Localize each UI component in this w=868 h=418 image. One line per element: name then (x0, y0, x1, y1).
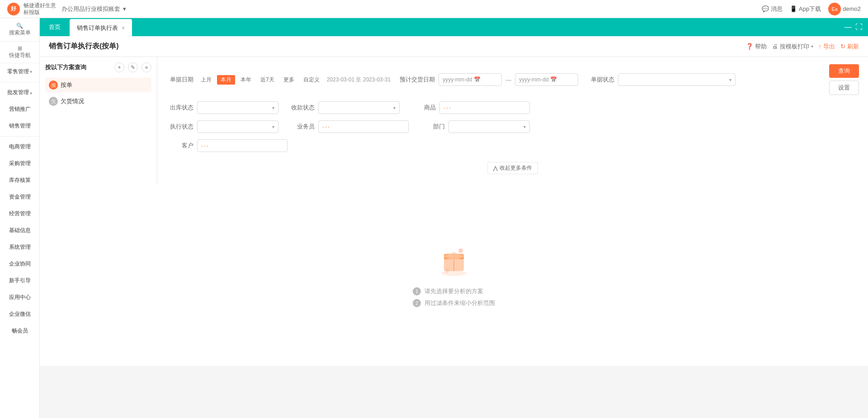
tip-2-text: 用过滤条件来缩小分析范围 (425, 299, 495, 307)
ecommerce-label: 电商管理 (9, 143, 31, 151)
status-select[interactable]: ▾ (618, 73, 736, 86)
predicted-date-start-input[interactable]: yyyy-mm-dd 📅 (439, 73, 502, 86)
page-header: 销售订单执行表(按单) ❓ 帮助 🖨 按模板打印 ▾ ↑ (40, 36, 868, 57)
sidebar-quick-nav[interactable]: ⊞ 快捷导航 (0, 42, 39, 63)
wechat-label: 企业微信 (9, 310, 31, 318)
filter-edit-btn[interactable]: ✎ (128, 62, 138, 72)
wholesale-label: 批发管理 (7, 89, 29, 96)
date-tab-thismonth[interactable]: 本月 (217, 75, 235, 85)
customer-input[interactable]: ··· (197, 139, 288, 152)
filter-item-label-order: 按单 (61, 81, 72, 89)
page-header-actions: ❓ 帮助 🖨 按模板打印 ▾ ↑ 导出 ↻ (746, 43, 859, 51)
sidebar-item-enterprise[interactable]: 企业协同 (0, 256, 39, 272)
edit-icon: ✎ (131, 64, 135, 71)
tab-home[interactable]: 首页 (40, 18, 70, 36)
settings-btn[interactable]: 设置 (829, 81, 859, 95)
collapse-row: ⋀ 收起更多条件 (166, 158, 859, 178)
message-action[interactable]: 💬 消息 (762, 5, 783, 13)
execution-select[interactable]: ▾ (197, 120, 278, 133)
date-tab-7days[interactable]: 近7天 (257, 75, 278, 85)
filter-group-delivery: 出库状态 ▾ (166, 101, 278, 114)
sidebar-item-apps[interactable]: 应用中心 (0, 289, 39, 306)
customer-dots[interactable]: ··· (201, 142, 209, 149)
empty-state: 1 请先选择要分析的方案 2 用过滤条件来缩小分析范围 (413, 244, 495, 307)
department-arrow: ▾ (524, 124, 526, 129)
date-label: 单据日期 (166, 76, 193, 84)
filter-row-2: 出库状态 ▾ 收款状态 ▾ (166, 101, 859, 114)
filter-item-shortage[interactable]: 欠 欠货情况 (45, 94, 151, 109)
app-icon: 📱 (790, 5, 797, 12)
tab-close-icon[interactable]: × (122, 25, 125, 31)
empty-tips: 1 请先选择要分析的方案 2 用过滤条件来缩小分析范围 (413, 287, 495, 307)
payment-select[interactable]: ▾ (318, 101, 400, 114)
date-tab-more[interactable]: 更多 (280, 75, 298, 85)
industry-selector[interactable]: 办公用品行业模拟账套 ▾ (61, 5, 126, 13)
filter-item-icon-order: 按 (49, 81, 58, 90)
sidebar-item-marketing[interactable]: 营销推广 (0, 101, 39, 118)
product-dots[interactable]: ··· (443, 104, 452, 111)
calendar-start-icon[interactable]: 📅 (474, 76, 481, 83)
refresh-btn[interactable]: ↻ 刷新 (840, 43, 859, 51)
action-buttons: 查询 设置 (829, 64, 859, 95)
tab-sales-order[interactable]: 销售订单执行表 × (70, 19, 132, 37)
tab-maximize-btn[interactable]: ⛶ (855, 23, 863, 31)
department-select[interactable]: ▾ (448, 120, 530, 133)
filter-item-order[interactable]: 按 按单 (45, 78, 151, 92)
sidebar-item-retail[interactable]: 零售管理 ▾ (0, 63, 39, 80)
filter-add-btn[interactable]: + (114, 62, 124, 72)
tab-minimize-btn[interactable]: — (844, 23, 852, 31)
logo-icon: 好 (7, 3, 20, 15)
logo-area: 好 畅捷通好生意 标报版 (7, 2, 56, 15)
collapse-more-btn[interactable]: ⋀ 收起更多条件 (487, 162, 538, 174)
app-download-label: App下载 (799, 5, 821, 13)
sidebar-item-newbie[interactable]: 新手引导 (0, 272, 39, 289)
predicted-date-end-input[interactable]: yyyy-mm-dd 📅 (515, 73, 578, 86)
sidebar-item-wechat[interactable]: 企业微信 (0, 306, 39, 323)
finance-label: 资金管理 (9, 193, 31, 201)
search-icon: 🔍 (4, 23, 36, 29)
sidebar-divider-2 (0, 136, 39, 137)
export-btn[interactable]: ↑ 导出 (819, 43, 835, 51)
date-tab-thisyear[interactable]: 本年 (237, 75, 255, 85)
print-btn[interactable]: 🖨 按模板打印 ▾ (772, 43, 813, 51)
industry-arrow: ▾ (123, 5, 126, 12)
sidebar-item-system[interactable]: 系统管理 (0, 239, 39, 256)
apps-label: 应用中心 (9, 294, 31, 301)
inventory-label: 库存核算 (9, 176, 31, 184)
date-tab-lastmonth[interactable]: 上月 (197, 75, 215, 85)
filter-group-date: 单据日期 上月 本月 本年 近7天 更多 自定义 2023-03-01 至 20… (166, 75, 391, 85)
sidebar-search[interactable]: 🔍 搜索菜单 (0, 18, 39, 42)
add-icon: + (118, 64, 121, 71)
sidebar-item-inventory[interactable]: 库存核算 (0, 172, 39, 189)
sidebar-item-basic[interactable]: 基础信息 (0, 222, 39, 239)
product-input[interactable]: ··· (439, 101, 530, 114)
execution-label: 执行状态 (166, 123, 193, 131)
sidebar-item-member[interactable]: 畅会员 (0, 323, 39, 339)
sidebar-item-operations[interactable]: 经营管理 (0, 205, 39, 222)
query-btn[interactable]: 查询 (829, 64, 859, 78)
date-tab-custom[interactable]: 自定义 (300, 75, 323, 85)
app-download-action[interactable]: 📱 App下载 (790, 5, 821, 13)
help-btn[interactable]: ❓ 帮助 (746, 43, 767, 51)
filter-collapse-btn[interactable]: « (142, 62, 151, 72)
sidebar-item-wholesale[interactable]: 批发管理 ▴ (0, 84, 39, 101)
sidebar-item-purchase[interactable]: 采购管理 (0, 155, 39, 172)
sidebar-item-ecommerce[interactable]: 电商管理 (0, 138, 39, 155)
salesman-dots[interactable]: ··· (322, 123, 330, 130)
payment-arrow: ▾ (393, 105, 396, 110)
collapse-more-label: 收起更多条件 (500, 164, 532, 172)
top-header-right: 💬 消息 📱 App下载 Ea demo2 (762, 3, 861, 15)
sidebar-item-sales[interactable]: 销售管理 (0, 118, 39, 134)
user-action[interactable]: Ea demo2 (828, 3, 861, 15)
top-header: 好 畅捷通好生意 标报版 办公用品行业模拟账套 ▾ 💬 消息 📱 App下载 (0, 0, 868, 18)
empty-illustration (436, 244, 472, 280)
sidebar-item-finance[interactable]: 资金管理 (0, 189, 39, 205)
date-separator: — (505, 76, 511, 83)
delivery-select[interactable]: ▾ (197, 101, 278, 114)
filter-group-product: 商品 ··· (409, 101, 530, 114)
calendar-end-icon[interactable]: 📅 (550, 76, 557, 83)
newbie-label: 新手引导 (9, 277, 31, 285)
refresh-icon: ↻ (840, 43, 845, 50)
salesman-input[interactable]: ··· (318, 120, 409, 133)
predicted-date-label: 预计交货日期 (400, 76, 435, 84)
